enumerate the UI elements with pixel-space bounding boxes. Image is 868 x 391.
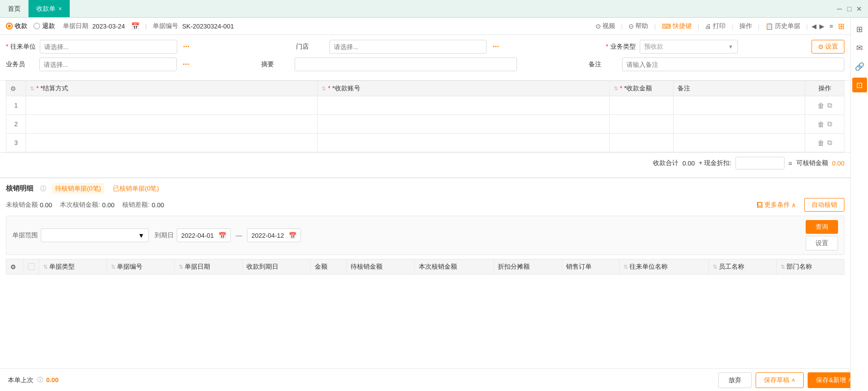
auto-reconcile-button[interactable]: 自动核销 [804,198,844,212]
delete-icon-3[interactable]: 🗑 [817,139,824,147]
delete-icon-2[interactable]: 🗑 [817,120,824,128]
th-settings[interactable]: ⚙ [6,81,26,96]
account-cell-3[interactable] [318,134,609,152]
uncancelled-stat: 未核销金额 0.00 [6,200,52,209]
date-to-picker[interactable]: 2022-04-12 📅 [247,228,301,242]
grid-icon[interactable]: ⊞ [838,22,844,31]
salesperson-more-icon[interactable]: ··· [183,60,189,69]
bottom-left: 本单上次 ⓘ 0.00 [8,376,58,385]
salesperson-input[interactable] [39,57,177,71]
remark-cell-2[interactable] [673,115,805,134]
save-new-label: 保存&新增 [816,376,846,385]
table2-settings-icon[interactable]: ⚙ [10,263,16,271]
maximize-button[interactable]: □ [844,4,854,14]
reconcile-info-icon[interactable]: ⓘ [40,185,46,193]
store-input[interactable] [329,40,487,54]
arrow-right-icon[interactable]: ▶ [819,23,824,30]
summary-input[interactable] [295,57,517,71]
divider6: | [806,23,808,30]
history-btn[interactable]: 📋 历史单据 [763,21,802,31]
sidebar-table-icon[interactable]: ⊞ [852,22,867,36]
save-draft-button[interactable]: 保存草稿 ∧ [756,372,804,388]
sidebar-attachment-icon[interactable]: 🔗 [852,59,867,74]
current-stat: 本次核销金额: 0.00 [60,200,114,209]
business-type-select[interactable]: 预收款 ▼ [640,40,738,54]
print-btn[interactable]: 🖨 打印 [703,21,728,31]
filter-settings-button[interactable]: 设置 [806,236,838,251]
remark-input[interactable] [622,57,844,71]
form-settings-button[interactable]: ⚙ 设置 [812,40,844,54]
close-button[interactable]: ✕ [854,4,864,14]
counter-party-more-icon[interactable]: ··· [183,42,190,51]
query-button[interactable]: 查询 [806,220,838,234]
arrow-left-icon[interactable]: ◀ [812,23,816,30]
done-tab[interactable]: 已核销单据(0笔) [110,183,162,194]
remark-cell-1[interactable] [673,96,805,115]
date-icon[interactable]: 📅 [131,22,139,30]
settlement-cell-2[interactable] [26,115,318,134]
radio-shoukuan[interactable]: 收款 [6,22,27,30]
help-btn[interactable]: ⊙ 帮助 [626,21,650,31]
remark-label: 备注 [589,60,618,69]
amount-cell-3[interactable] [609,134,673,152]
available-label: 可核销金额 [796,159,828,168]
copy-icon-2[interactable]: ⧉ [827,120,832,128]
table-section: ⚙ ⇅ *结算方式 ⇅ *收款账号 ⇅ *收款金额 [0,81,850,152]
number-label: 单据编号 [153,22,178,30]
radio-tuikuan[interactable]: 退款 [33,22,55,30]
rth-date: ⇅ 单据日期 [174,259,242,275]
remark-cell-3[interactable] [673,134,805,152]
row-num-3: 3 [6,134,26,152]
sidebar-scan-icon[interactable]: ⊡ [852,78,867,92]
settlement-cell-1[interactable] [26,96,318,115]
rth-check[interactable] [24,259,39,275]
rth-counter-party: ⇅ 往来单位名称 [619,259,708,275]
available-value: 0.00 [832,160,844,167]
tab-shoukuan[interactable]: 收款单 × [28,0,70,17]
more-conditions-btn[interactable]: ⛾ 更多条件 ∧ [757,200,796,209]
menu-icon[interactable]: ≡ [829,23,833,30]
account-cell-2[interactable] [318,115,609,134]
tab-close-icon[interactable]: × [58,5,62,12]
range-label: 单据范围 [12,231,38,240]
amount-cell-1[interactable] [609,96,673,115]
sidebar-mail-icon[interactable]: ✉ [852,40,867,55]
more-conditions-label: 更多条件 [764,200,790,209]
date-from-picker[interactable]: 2022-04-01 📅 [177,228,231,242]
radio-group: 收款 退款 [6,22,55,30]
discount-input[interactable] [735,157,785,169]
shortcut-btn[interactable]: ⌨ 快捷键 [660,21,694,31]
account-cell-1[interactable] [318,96,609,115]
counter-party-label: 往来单位 [6,42,36,51]
select-all-checkbox[interactable] [28,263,35,270]
chevron-down-icon: ▼ [728,44,733,50]
amount-cell-2[interactable] [609,115,673,134]
range-select[interactable]: ▼ [41,228,149,242]
copy-icon-3[interactable]: ⧉ [827,139,832,147]
pending-tab[interactable]: 待核销单据(0笔) [52,183,104,194]
uncancelled-label: 未核销金额 [6,200,38,209]
store-more-icon[interactable]: ··· [492,42,499,51]
row-actions-2: 🗑 ⧉ [809,120,840,128]
minimize-button[interactable]: ─ [835,4,844,14]
video-btn[interactable]: ⊙ 视频 [594,21,617,31]
operate-btn[interactable]: 操作 [737,21,754,31]
range-chevron-icon: ▼ [138,232,144,239]
abandon-button[interactable]: 放弃 [718,372,752,388]
reconcile-header-row: ⚙ ⇅ 单据类型 ⇅ 单据编号 ⇅ 单据日期 [6,259,844,275]
divider5: | [758,23,760,30]
total-value: 0.00 [682,160,695,167]
settings-btn-label: 设置 [825,42,838,51]
copy-icon-1[interactable]: ⧉ [827,101,832,110]
calendar-from-icon: 📅 [218,232,226,239]
rth-settings[interactable]: ⚙ [6,259,24,275]
table-settings-icon[interactable]: ⚙ [10,85,16,92]
date-filter: 到期日 2022-04-01 📅 — 2022-04-12 📅 [155,228,301,242]
diff-stat: 核销差额: 0.00 [122,200,164,209]
tab-home[interactable]: 首页 [0,0,28,17]
info-icon[interactable]: ⓘ [37,376,43,384]
counter-party-input[interactable] [40,40,177,54]
settlement-cell-3[interactable] [26,134,318,152]
delete-icon-1[interactable]: 🗑 [817,102,824,110]
date-value[interactable]: 2023-03-24 [92,23,125,30]
